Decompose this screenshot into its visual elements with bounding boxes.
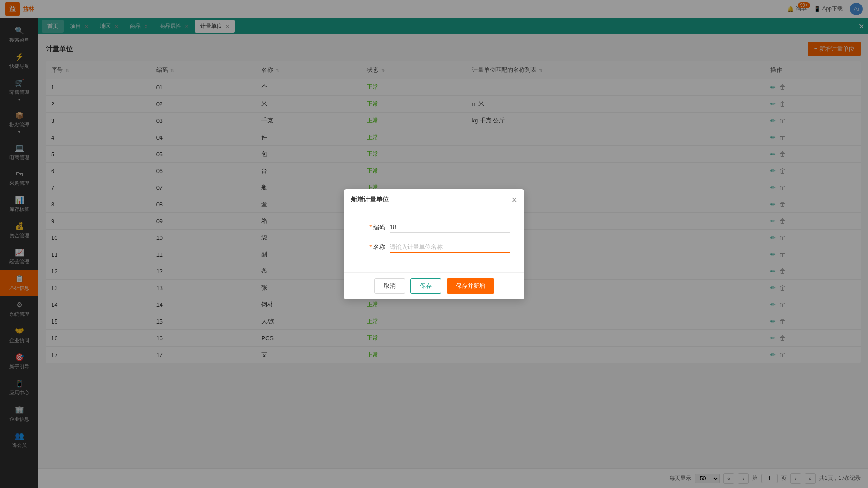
add-unit-modal: 新增计量单位 ✕ * 编码 * 名称 取消 保存 保存并新增: [344, 189, 524, 299]
modal-title: 新增计量单位: [351, 196, 389, 204]
code-label: * 编码: [358, 223, 385, 231]
cancel-button[interactable]: 取消: [374, 278, 405, 294]
modal-body: * 编码 * 名称: [344, 211, 524, 272]
name-field-row: * 名称: [358, 242, 510, 253]
code-required-star: *: [369, 224, 373, 230]
modal-close-button[interactable]: ✕: [511, 196, 517, 204]
modal-header: 新增计量单位 ✕: [344, 189, 524, 211]
code-field-row: * 编码: [358, 222, 510, 233]
name-input[interactable]: [390, 242, 510, 253]
name-required-star: *: [369, 244, 373, 250]
modal-footer: 取消 保存 保存并新增: [344, 272, 524, 299]
save-button[interactable]: 保存: [410, 278, 441, 294]
code-input[interactable]: [390, 222, 510, 233]
modal-overlay: 新增计量单位 ✕ * 编码 * 名称 取消 保存 保存并新增: [0, 0, 868, 488]
name-label: * 名称: [358, 243, 385, 251]
save-and-new-button[interactable]: 保存并新增: [447, 278, 494, 294]
